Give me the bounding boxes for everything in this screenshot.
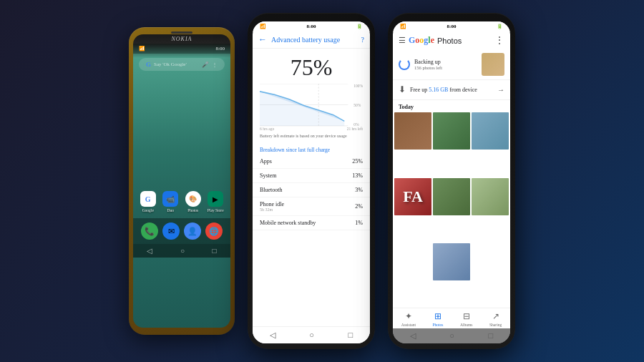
- phone-shell-1: NOKIA 📶 8:00 G Say 'Ok Google' 🎤 ⋮ G Goo…: [129, 27, 235, 335]
- battery-chart: 100% 50% 0%: [260, 84, 363, 127]
- free-up-size: 5.16 GB: [429, 87, 448, 93]
- photo-7[interactable]: [433, 243, 470, 280]
- battery-percentage: 75%: [253, 49, 370, 84]
- photo-grid: FA: [393, 112, 510, 308]
- backing-text: Backing up 156 photos left: [414, 59, 477, 70]
- photo-4[interactable]: FA: [394, 178, 431, 215]
- speaker: [171, 31, 192, 34]
- nav-assistant[interactable]: ✦ Assistant: [401, 311, 416, 327]
- battery-icon-3: 🔋: [497, 24, 503, 29]
- phone-shell-3: 📶 8:00 🔋 ☰ Google Photos ⋮ Backing up 15…: [388, 13, 515, 349]
- nav-back[interactable]: ◁: [147, 247, 152, 255]
- photo-2[interactable]: [433, 112, 470, 150]
- nav-home-2[interactable]: ○: [309, 331, 314, 340]
- photos-title: Photos: [437, 36, 462, 45]
- free-up-text: Free up 5.16 GB from device: [410, 87, 493, 93]
- signal-icons: 📶: [139, 46, 145, 52]
- breakdown-pct-system: 13%: [352, 172, 363, 179]
- status-time-1: 8:00: [216, 46, 225, 52]
- brand-logo: NOKIA: [133, 34, 230, 44]
- screen-1: NOKIA 📶 8:00 G Say 'Ok Google' 🎤 ⋮ G Goo…: [133, 34, 230, 328]
- mic-icon: 🎤: [202, 62, 209, 68]
- photo-1[interactable]: [394, 112, 431, 150]
- app-duo[interactable]: 📹 Duo: [162, 191, 180, 212]
- dock-phone[interactable]: 📞: [141, 222, 158, 240]
- screen-2: 📶 8:00 🔋 ← Advanced battery usage ? 75% …: [253, 21, 370, 343]
- app-label-photos: Photos: [187, 208, 198, 212]
- photos-nav-bar: ✦ Assistant ⊞ Photos ⊟ Albums ↗ Sharing: [393, 308, 510, 328]
- battery-icons: 🔋: [356, 24, 363, 29]
- nav-recents-2[interactable]: □: [348, 331, 353, 340]
- dock-messages[interactable]: ✉: [162, 222, 180, 240]
- chart-y-labels: 100% 50% 0%: [353, 84, 363, 127]
- nav-recents-3[interactable]: □: [489, 331, 494, 341]
- battery-page-title: Advanced battery usage: [271, 36, 357, 44]
- download-icon: ⬇: [399, 84, 406, 95]
- dock-chrome[interactable]: 🌐: [205, 222, 223, 240]
- hamburger-icon[interactable]: ☰: [399, 36, 406, 45]
- nav-bar-3: ◁ ○ □: [393, 328, 510, 343]
- breakdown-pct-bluetooth: 3%: [355, 187, 363, 193]
- breakdown-title: Breakdown since last full charge: [253, 142, 370, 155]
- app-label-playstore: Play Store: [208, 208, 224, 212]
- backing-up-sub: 156 photos left: [414, 65, 477, 70]
- breakdown-mobile-standby: Mobile network standby 1%: [253, 216, 370, 230]
- wifi-signal: 📶: [260, 24, 266, 29]
- photos-nav-icon: ⊞: [434, 311, 441, 322]
- app-google[interactable]: G Google: [139, 191, 157, 212]
- dock: 📞 ✉ 👤 🌐: [133, 218, 230, 244]
- wifi-signal-3: 📶: [400, 24, 406, 29]
- photo-3[interactable]: [472, 112, 509, 150]
- google-search-bar[interactable]: G Say 'Ok Google' 🎤 ⋮: [139, 58, 225, 71]
- nav-label-albums: Albums: [460, 323, 472, 327]
- forward-arrow-icon[interactable]: →: [497, 86, 504, 94]
- nav-label-sharing: Sharing: [489, 323, 502, 327]
- free-up-bar[interactable]: ⬇ Free up 5.16 GB from device →: [393, 80, 510, 100]
- nav-home[interactable]: ○: [180, 247, 185, 255]
- dock-contacts[interactable]: 👤: [184, 222, 201, 240]
- breakdown-pct-apps: 25%: [352, 158, 363, 165]
- nav-home-3[interactable]: ○: [449, 331, 454, 341]
- battery-note: Battery left estimate is based on your d…: [253, 131, 370, 142]
- breakdown-system: System 13%: [253, 169, 370, 183]
- more-options-icon[interactable]: ⋮: [494, 34, 504, 47]
- nav-photos[interactable]: ⊞ Photos: [433, 311, 444, 327]
- photo-6[interactable]: [472, 178, 509, 215]
- status-bar-1: 📶 8:00: [133, 44, 230, 54]
- nav-albums[interactable]: ⊟ Albums: [460, 311, 472, 327]
- wallpaper: G Google 📹 Duo 🎨 Photos: [133, 75, 230, 218]
- backing-up-title: Backing up: [414, 59, 477, 65]
- today-label: Today: [393, 100, 510, 112]
- nav-bar-1: ◁ ○ □: [133, 244, 230, 258]
- google-logo: Google: [409, 35, 434, 46]
- nav-sharing[interactable]: ↗ Sharing: [489, 311, 502, 327]
- search-placeholder: Say 'Ok Google': [154, 62, 199, 67]
- app-label-google: Google: [142, 208, 154, 212]
- breakdown-apps: Apps 25%: [253, 155, 370, 169]
- nav-back-2[interactable]: ◁: [270, 331, 275, 340]
- nav-label-assistant: Assistant: [401, 323, 416, 327]
- app-photos[interactable]: 🎨 Photos: [184, 191, 203, 212]
- breakdown-pct-standby: 1%: [355, 220, 363, 226]
- phone-battery: 📶 8:00 🔋 ← Advanced battery usage ? 75% …: [248, 13, 375, 349]
- nav-label-photos: Photos: [433, 323, 444, 327]
- assistant-icon: ✦: [405, 311, 412, 322]
- nav-back-3[interactable]: ◁: [410, 331, 416, 341]
- breakdown-label-idle: Phone idle: [260, 201, 284, 207]
- screen-3: 📶 8:00 🔋 ☰ Google Photos ⋮ Backing up 15…: [393, 21, 510, 343]
- phone-photos: 📶 8:00 🔋 ☰ Google Photos ⋮ Backing up 15…: [388, 13, 515, 349]
- phone-shell-2: 📶 8:00 🔋 ← Advanced battery usage ? 75% …: [248, 13, 375, 349]
- breakdown-phone-idle: Phone idle 5h 32m 2%: [253, 197, 370, 216]
- app-playstore[interactable]: ▶ Play Store: [207, 191, 225, 212]
- app-grid: G Google 📹 Duo 🎨 Photos: [133, 185, 230, 218]
- back-arrow-icon[interactable]: ←: [258, 34, 267, 45]
- status-bar-2: 📶 8:00 🔋: [253, 21, 370, 31]
- breakdown-label-system: System: [260, 172, 277, 179]
- breakdown-label-apps: Apps: [260, 158, 272, 165]
- nav-recents[interactable]: □: [213, 247, 217, 255]
- photo-5[interactable]: [433, 178, 470, 215]
- app-label-duo: Duo: [167, 208, 174, 212]
- dots-icon: ⋮: [212, 62, 218, 68]
- status-time-3: 8:00: [447, 24, 457, 29]
- help-icon[interactable]: ?: [361, 36, 364, 44]
